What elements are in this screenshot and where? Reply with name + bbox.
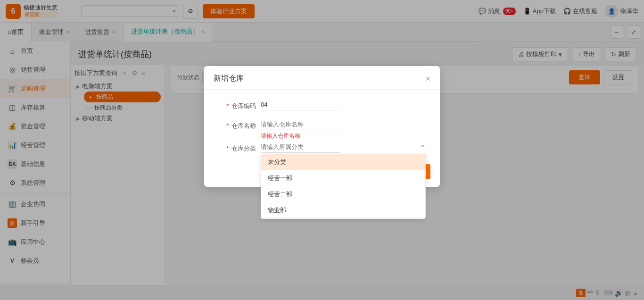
modal-title: 新增仓库 [214,74,244,83]
warehouse-category-label: * 仓库分类 [218,142,256,153]
warehouse-name-label: * 仓库名称 [218,119,256,130]
modal-header: 新增仓库 × [204,66,440,90]
warehouse-name-input[interactable] [261,119,340,130]
modal-body: * 仓库编码 * 仓库名称 请输入仓库名称 * 仓库分类 [204,90,440,157]
warehouse-code-input[interactable] [261,99,340,110]
warehouse-code-row: * 仓库编码 [218,99,426,110]
warehouse-code-wrapper [261,99,426,110]
dropdown-item-dept3[interactable]: 物业部 [261,202,425,218]
warehouse-category-row: * 仓库分类 ⌃ 未分类 经营一部 经营二部 物业部 [218,142,426,153]
add-warehouse-modal: 新增仓库 × * 仓库编码 * 仓库名称 请输入仓库名称 [204,66,440,187]
warehouse-name-row: * 仓库名称 请输入仓库名称 [218,119,426,130]
category-dropdown-menu: 未分类 经营一部 经营二部 物业部 [261,154,426,219]
dropdown-item-dept1[interactable]: 经营一部 [261,170,425,186]
warehouse-category-input[interactable] [261,142,340,153]
warehouse-name-error: 请输入仓库名称 [261,132,300,140]
category-dropdown-toggle[interactable]: ⌃ [420,143,426,152]
warehouse-name-wrapper: 请输入仓库名称 [261,119,426,130]
dropdown-item-uncategorized[interactable]: 未分类 [261,154,425,170]
dropdown-item-dept2[interactable]: 经营二部 [261,186,425,202]
warehouse-category-wrapper: ⌃ 未分类 经营一部 经营二部 物业部 [261,142,426,153]
warehouse-code-label: * 仓库编码 [218,99,256,110]
modal-close-button[interactable]: × [425,75,430,83]
